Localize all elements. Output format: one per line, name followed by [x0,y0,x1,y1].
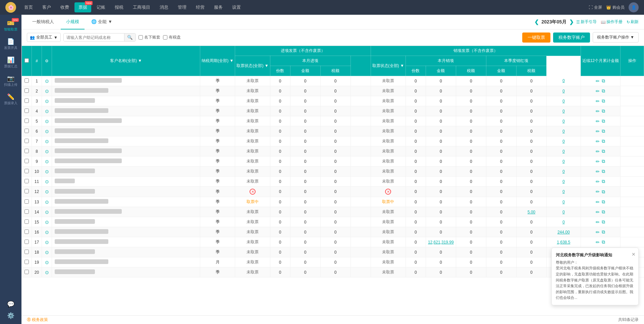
manual-btn[interactable]: 📖 操作手册 [601,19,623,25]
edit-icon[interactable]: ✏ [596,240,600,245]
nav-management[interactable]: 管理 [174,2,191,12]
cumul-zero-link[interactable]: 0 [562,189,565,194]
nav-operation[interactable]: 经营 [192,2,209,12]
row-setting-icon[interactable]: ⊙ [45,270,49,275]
nav-home[interactable]: 首页 [20,2,37,12]
copy-icon[interactable]: ⧉ [602,239,605,245]
nav-message[interactable]: 消息 [156,2,172,12]
employee-select[interactable]: 👥 全部员工 ▼ [27,33,61,42]
edit-icon[interactable]: ✏ [596,199,600,205]
one-click-ticket-btn[interactable]: 一键取票 [522,33,550,43]
tax-digital-account-ops-btn[interactable]: 税务数字账户操作 ▼ [593,32,639,43]
row-setting-icon[interactable]: ⊙ [45,209,49,215]
copy-icon[interactable]: ⧉ [602,138,605,144]
cumul-zero-link[interactable]: 0 [562,139,565,144]
amount-out-link[interactable]: 12,621,319.99 [428,240,454,245]
under-account-checkbox[interactable]: 名下账套 [139,35,160,40]
row-checkbox[interactable] [24,139,29,143]
cumul-zero-link[interactable]: 0 [562,119,565,124]
row-checkbox[interactable] [24,270,29,274]
edit-icon[interactable]: ✏ [596,159,600,164]
copy-icon[interactable]: ⧉ [602,108,605,114]
edit-icon[interactable]: ✏ [596,230,600,235]
row-setting-icon[interactable]: ⊙ [45,149,49,154]
row-checkbox[interactable] [24,189,29,193]
row-setting-icon[interactable]: ⊙ [45,99,49,104]
edit-icon[interactable]: ✏ [596,169,600,174]
sidebar-item-scan-upload[interactable]: 📷 扫描上传 [1,73,20,90]
copy-icon[interactable]: ⧉ [602,179,605,184]
row-checkbox[interactable] [24,149,29,153]
row-setting-icon[interactable]: ⊙ [45,179,49,184]
row-setting-icon[interactable]: ⊙ [45,88,49,94]
row-checkbox[interactable] [24,109,29,113]
row-checkbox[interactable] [24,199,29,204]
edit-icon[interactable]: ✏ [596,149,600,154]
cumul-zero-link[interactable]: 0 [562,129,565,134]
app-logo[interactable]: 🌸 [5,2,16,13]
copy-icon[interactable]: ⧉ [602,98,605,104]
edit-icon[interactable]: ✏ [596,109,600,114]
sidebar-item-messages[interactable]: 💬 [1,299,20,310]
cumul-zero-link[interactable]: 0 [562,109,565,114]
row-setting-icon[interactable]: ⊙ [45,129,49,134]
tab-all[interactable]: 🌐 全能 ▼ [86,15,118,29]
copy-icon[interactable]: ⧉ [602,209,605,215]
nav-business[interactable]: 工商项目 [129,2,154,12]
row-checkbox[interactable] [24,230,29,234]
edit-icon[interactable]: ✏ [596,189,600,194]
row-checkbox[interactable] [24,159,29,163]
sidebar-item-smart-ticket[interactable]: 🎫 智能取票 new [1,17,20,35]
sidebar-item-invoice-open[interactable]: 📄 发票开具 [1,36,20,53]
edit-icon[interactable]: ✏ [596,119,600,124]
notification-close-btn[interactable]: ✕ [632,251,636,258]
row-setting-icon[interactable]: ⊙ [45,219,49,225]
select-all-checkbox[interactable] [24,58,29,63]
copy-icon[interactable]: ⧉ [602,189,605,195]
edit-icon[interactable]: ✏ [596,139,600,144]
edit-icon[interactable]: ✏ [596,88,600,94]
sidebar-item-invoice-summary[interactable]: 📊 票据汇总 [1,54,20,71]
fullscreen-btn[interactable]: ⛶ 全屏 [589,5,602,10]
copy-icon[interactable]: ⧉ [602,158,605,164]
tab-general-taxpayer[interactable]: 一般纳税人 [27,15,59,29]
has-tax-disk-checkbox-input[interactable] [163,35,167,40]
row-checkbox[interactable] [24,250,29,254]
row-setting-icon[interactable]: ⊙ [45,250,49,255]
tab-small-scale[interactable]: 小规模 [61,15,85,29]
nav-settings[interactable]: 设置 [228,2,245,12]
copy-icon[interactable]: ⧉ [602,199,605,205]
row-checkbox[interactable] [24,219,29,224]
copy-icon[interactable]: ⧉ [602,118,605,124]
cumul-zero-link[interactable]: 0 [562,99,565,104]
copy-icon[interactable]: ⧉ [602,128,605,134]
edit-icon[interactable]: ✏ [596,219,600,225]
row-checkbox[interactable] [24,129,29,133]
row-setting-icon[interactable]: ⊙ [45,169,49,174]
row-checkbox[interactable] [24,169,29,173]
row-setting-icon[interactable]: ⊙ [45,78,49,84]
period-prev-btn[interactable]: ❮ [534,19,539,25]
row-checkbox[interactable] [24,78,29,83]
red-tax-link[interactable]: 5.00 [528,210,535,214]
nav-client[interactable]: 客户 [38,2,55,12]
nav-service[interactable]: 服务 [210,2,227,12]
nav-tax[interactable]: 报税 [111,2,127,12]
has-tax-disk-checkbox[interactable]: 有税盘 [163,35,181,40]
row-setting-icon[interactable]: ⊙ [45,139,49,144]
nav-bookkeeping[interactable]: 记账 [93,2,109,12]
row-checkbox[interactable] [24,260,29,264]
row-setting-icon[interactable]: ⊙ [45,240,49,245]
sidebar-item-invoice-entry[interactable]: ✏️ 票据录入 [1,91,20,108]
search-button[interactable]: 🔍 [124,34,136,41]
cumul-zero-link[interactable]: 0 [562,220,565,224]
cumul-link[interactable]: 244.00 [557,230,570,235]
refresh-btn[interactable]: ↻ 刷新 [627,19,639,25]
row-setting-icon[interactable]: ⊙ [45,189,49,194]
copy-icon[interactable]: ⧉ [602,88,605,94]
cumul-zero-link[interactable]: 0 [562,179,565,184]
new-guide-btn[interactable]: ☰ 新手引导 [576,19,597,25]
tax-policy-link[interactable]: ⑧ 税务政策 [27,317,48,323]
copy-icon[interactable]: ⧉ [602,148,605,154]
copy-icon[interactable]: ⧉ [602,229,605,235]
